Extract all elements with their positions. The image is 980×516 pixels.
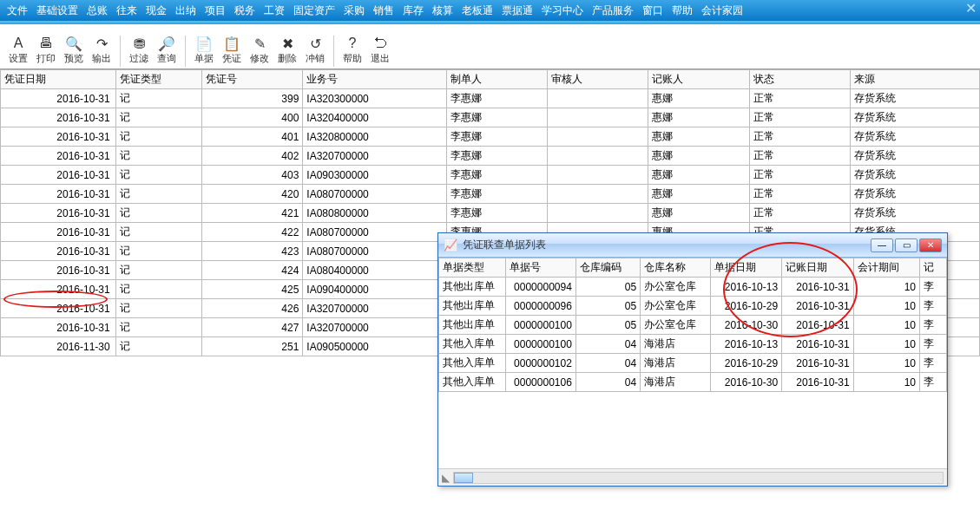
toolbar-button-打印[interactable]: 🖶打印 bbox=[33, 33, 59, 67]
popup-titlebar[interactable]: 📈 凭证联查单据列表 — ▭ ✕ bbox=[438, 233, 947, 258]
column-header[interactable]: 来源 bbox=[850, 70, 979, 89]
cell bbox=[548, 185, 648, 204]
h-scrollbar[interactable] bbox=[453, 472, 944, 484]
close-button[interactable]: ✕ bbox=[919, 238, 942, 252]
table-row[interactable]: 其他入库单000000010004海港店2016-10-132016-10-31… bbox=[439, 335, 947, 354]
menu-item[interactable]: 会计家园 bbox=[701, 3, 743, 18]
column-header[interactable]: 凭证日期 bbox=[1, 70, 116, 89]
minimize-button[interactable]: — bbox=[871, 238, 893, 252]
column-header[interactable]: 凭证号 bbox=[202, 70, 303, 89]
table-row[interactable]: 2016-10-31记402IA320700000李惠娜惠娜正常存货系统 bbox=[1, 147, 980, 166]
cell: 海港店 bbox=[641, 373, 710, 392]
cell bbox=[548, 204, 648, 223]
cell: 正常 bbox=[749, 89, 850, 108]
table-row[interactable]: 其他出库单000000010005办公室仓库2016-10-302016-10-… bbox=[439, 316, 947, 335]
cell: 10 bbox=[853, 278, 919, 297]
h-scroll-thumb[interactable] bbox=[454, 473, 473, 483]
column-header[interactable]: 单据日期 bbox=[710, 258, 782, 278]
menu-item[interactable]: 总账 bbox=[87, 3, 108, 18]
cell: 2016-10-30 bbox=[710, 373, 782, 392]
menu-item[interactable]: 票据通 bbox=[502, 3, 533, 18]
toolbar-label: 凭证 bbox=[222, 52, 241, 65]
cell: 其他入库单 bbox=[439, 335, 506, 354]
menu-item[interactable]: 税务 bbox=[234, 3, 255, 18]
toolbar-button-删除[interactable]: ✖删除 bbox=[274, 33, 300, 67]
toolbar-label: 退出 bbox=[371, 52, 390, 65]
cell: IA090300000 bbox=[303, 166, 447, 185]
menu-item[interactable]: 现金 bbox=[146, 3, 167, 18]
table-row[interactable]: 2016-10-31记420IA080700000李惠娜惠娜正常存货系统 bbox=[1, 185, 980, 204]
menu-item[interactable]: 核算 bbox=[432, 3, 453, 18]
column-header[interactable]: 会计期间 bbox=[853, 258, 919, 278]
menu-item[interactable]: 产品服务 bbox=[592, 3, 634, 18]
toolbar-button-帮助[interactable]: ?帮助 bbox=[339, 33, 365, 67]
toolbar-button-输出[interactable]: ↷输出 bbox=[89, 33, 115, 67]
column-header[interactable]: 记账日期 bbox=[782, 258, 854, 278]
cell: 2016-10-31 bbox=[782, 316, 854, 335]
table-row[interactable]: 其他出库单000000009405办公室仓库2016-10-132016-10-… bbox=[439, 278, 947, 297]
toolbar-button-过滤[interactable]: ⛃过滤 bbox=[126, 33, 152, 67]
toolbar-button-预览[interactable]: 🔍预览 bbox=[61, 33, 87, 67]
cell: 记 bbox=[115, 318, 202, 337]
popup-window: 📈 凭证联查单据列表 — ▭ ✕ 单据类型单据号仓库编码仓库名称单据日期记账日期… bbox=[437, 232, 948, 487]
table-row[interactable]: 2016-10-31记399IA320300000李惠娜惠娜正常存货系统 bbox=[1, 89, 980, 108]
cell: 记 bbox=[115, 337, 202, 356]
cell: 2016-10-31 bbox=[782, 297, 854, 316]
column-header[interactable]: 凭证类型 bbox=[115, 70, 202, 89]
column-header[interactable]: 业务号 bbox=[303, 70, 447, 89]
table-row[interactable]: 2016-10-31记400IA320400000李惠娜惠娜正常存货系统 bbox=[1, 108, 980, 127]
cell: 其他出库单 bbox=[439, 278, 506, 297]
table-row[interactable]: 2016-10-31记401IA320800000李惠娜惠娜正常存货系统 bbox=[1, 127, 980, 147]
menu-item[interactable]: 往来 bbox=[116, 3, 137, 18]
toolbar-button-冲销[interactable]: ↺冲销 bbox=[302, 33, 328, 67]
column-header[interactable]: 单据号 bbox=[506, 258, 576, 278]
menu-item[interactable]: 工资 bbox=[264, 3, 285, 18]
menu-item[interactable]: 销售 bbox=[373, 3, 394, 18]
table-row[interactable]: 其他入库单000000010604海港店2016-10-302016-10-31… bbox=[439, 373, 947, 392]
menu-item[interactable]: 出纳 bbox=[175, 3, 196, 18]
column-header[interactable]: 仓库名称 bbox=[641, 258, 710, 278]
cell: 2016-10-31 bbox=[1, 280, 116, 299]
menu-item[interactable]: 老板通 bbox=[462, 3, 493, 18]
toolbar-button-设置[interactable]: A设置 bbox=[5, 33, 31, 67]
menu-item[interactable]: 帮助 bbox=[672, 3, 693, 18]
column-header[interactable]: 单据类型 bbox=[439, 258, 506, 278]
menu-item[interactable]: 学习中心 bbox=[542, 3, 583, 18]
menu-item[interactable]: 固定资产 bbox=[293, 3, 335, 18]
修改-icon: ✎ bbox=[254, 35, 266, 52]
table-row[interactable]: 2016-10-31记403IA090300000李惠娜惠娜正常存货系统 bbox=[1, 166, 980, 185]
column-header[interactable]: 状态 bbox=[749, 70, 850, 89]
toolbar-button-单据[interactable]: 📄单据 bbox=[191, 33, 217, 67]
cell bbox=[548, 127, 648, 147]
cell: 399 bbox=[202, 89, 303, 108]
cell: 04 bbox=[576, 335, 640, 354]
menu-item[interactable]: 基础设置 bbox=[36, 3, 78, 18]
menu-item[interactable]: 采购 bbox=[344, 3, 365, 18]
menu-item[interactable]: 文件 bbox=[7, 3, 28, 18]
cell: 2016-10-30 bbox=[710, 316, 782, 335]
column-header[interactable]: 仓库编码 bbox=[576, 258, 640, 278]
toolbar-button-查询[interactable]: 🔎查询 bbox=[154, 33, 180, 67]
cell: 办公室仓库 bbox=[641, 316, 710, 335]
cell: 2016-10-31 bbox=[782, 278, 854, 297]
toolbar: A设置🖶打印🔍预览↷输出⛃过滤🔎查询📄单据📋凭证✎修改✖删除↺冲销?帮助⮌退出 bbox=[0, 24, 980, 69]
cell: IA080700000 bbox=[303, 185, 447, 204]
table-row[interactable]: 其他出库单000000009605办公室仓库2016-10-292016-10-… bbox=[439, 297, 947, 316]
menu-item[interactable]: 项目 bbox=[205, 3, 226, 18]
toolbar-button-凭证[interactable]: 📋凭证 bbox=[219, 33, 245, 67]
column-header[interactable]: 记账人 bbox=[648, 70, 749, 89]
column-header[interactable]: 制单人 bbox=[447, 70, 548, 89]
menu-item[interactable]: 窗口 bbox=[642, 3, 663, 18]
table-row[interactable]: 2016-10-31记421IA080800000李惠娜惠娜正常存货系统 bbox=[1, 204, 980, 223]
menu-bar: 文件基础设置总账往来现金出纳项目税务工资固定资产采购销售库存核算老板通票据通学习… bbox=[0, 0, 980, 21]
cell: 正常 bbox=[749, 147, 850, 166]
column-header[interactable]: 记 bbox=[920, 258, 947, 278]
过滤-icon: ⛃ bbox=[134, 35, 145, 52]
table-row[interactable]: 其他入库单000000010204海港店2016-10-292016-10-31… bbox=[439, 354, 947, 373]
column-header[interactable]: 审核人 bbox=[548, 70, 648, 89]
toolbar-button-修改[interactable]: ✎修改 bbox=[247, 33, 273, 67]
maximize-button[interactable]: ▭ bbox=[895, 238, 918, 252]
toolbar-button-退出[interactable]: ⮌退出 bbox=[367, 33, 393, 67]
menu-item[interactable]: 库存 bbox=[403, 3, 424, 18]
cell: IA080700000 bbox=[303, 223, 447, 242]
